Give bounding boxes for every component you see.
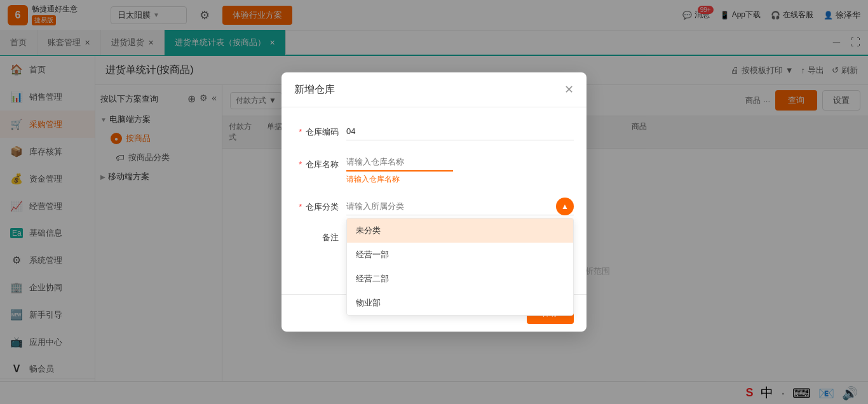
notes-label: 备注 [294, 228, 339, 243]
form-row-name-inner: * 仓库名称 [294, 153, 453, 172]
category-label: * 仓库分类 [294, 198, 339, 213]
name-label: * 仓库名称 [294, 155, 339, 170]
category-dropdown-list: 未分类 经营一部 经营二部 物业部 [346, 218, 574, 316]
modal-body: * 仓库编码 * 仓库名称 请输入仓库名称 [281, 107, 587, 294]
required-star2: * [299, 159, 302, 169]
dropdown-item-dept1[interactable]: 经营一部 [347, 243, 573, 267]
name-error-tip: 请输入仓库名称 [346, 175, 400, 184]
modal-close-icon[interactable]: ✕ [564, 83, 574, 97]
code-label: * 仓库编码 [294, 123, 339, 138]
category-input[interactable] [346, 198, 574, 215]
required-star: * [299, 127, 302, 137]
modal-title: 新增仓库 [294, 83, 335, 97]
form-row-category: * 仓库分类 ▲ 未分类 经营一部 经营二部 物业部 [294, 198, 574, 215]
category-dropdown: ▲ 未分类 经营一部 经营二部 物业部 [346, 198, 574, 215]
category-dropdown-toggle[interactable]: ▲ [556, 198, 574, 215]
name-error-row: 请输入仓库名称 [294, 174, 400, 185]
dropdown-item-unclassified[interactable]: 未分类 [347, 219, 573, 243]
name-input[interactable] [346, 153, 453, 172]
modal-header: 新增仓库 ✕ [281, 72, 587, 107]
modal-overlay[interactable]: 新增仓库 ✕ * 仓库编码 * 仓库名称 [0, 0, 868, 404]
dropdown-item-dept2[interactable]: 经营二部 [347, 267, 573, 291]
code-input[interactable] [346, 123, 574, 140]
dropdown-item-property[interactable]: 物业部 [347, 291, 573, 315]
form-row-code: * 仓库编码 [294, 123, 574, 140]
add-warehouse-modal: 新增仓库 ✕ * 仓库编码 * 仓库名称 [281, 72, 587, 332]
required-star3: * [299, 202, 302, 212]
form-row-name: * 仓库名称 请输入仓库名称 [294, 153, 574, 185]
